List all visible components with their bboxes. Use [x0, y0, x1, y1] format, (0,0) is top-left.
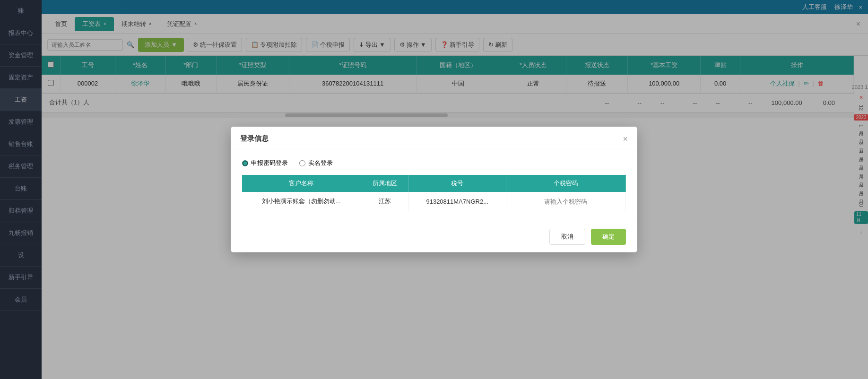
radio-realname-login[interactable]: 实名登录	[299, 159, 333, 167]
login-info-table: 客户名称 所属地区 税号 个税密码 刘小艳演示账套（勿删勿动... 江苏 913…	[242, 175, 626, 211]
dth-password: 个税密码	[506, 175, 626, 192]
dth-tax-no: 税号	[408, 175, 506, 192]
dialog-table-row: 刘小艳演示账套（勿删勿动... 江苏 91320811MA7NGR2...	[242, 192, 626, 211]
dtd-name: 刘小艳演示账套（勿删勿动...	[242, 192, 361, 211]
confirm-button[interactable]: 确定	[591, 229, 626, 245]
tax-password-input[interactable]	[512, 198, 620, 205]
dialog-footer: 取消 确定	[231, 221, 637, 252]
dialog-close-button[interactable]: ×	[623, 135, 628, 143]
dialog-header: 登录信息 ×	[231, 127, 637, 149]
dialog-title: 登录信息	[240, 134, 269, 143]
cancel-button[interactable]: 取消	[549, 229, 585, 245]
dtd-region: 江苏	[361, 192, 408, 211]
radio-password-login[interactable]: 申报密码登录	[242, 159, 288, 167]
dialog-overlay: 登录信息 × 申报密码登录 实名登录 客户名称 所属地区	[0, 0, 868, 379]
dtd-tax-no: 91320811MA7NGR2...	[408, 192, 506, 211]
dialog-body: 申报密码登录 实名登录 客户名称 所属地区 税号 个税密码	[231, 149, 637, 221]
login-type-radio-group: 申报密码登录 实名登录	[242, 159, 626, 167]
dth-name: 客户名称	[242, 175, 361, 192]
login-dialog: 登录信息 × 申报密码登录 实名登录 客户名称 所属地区	[231, 127, 637, 252]
dtd-password[interactable]	[506, 192, 626, 211]
dth-region: 所属地区	[361, 175, 408, 192]
